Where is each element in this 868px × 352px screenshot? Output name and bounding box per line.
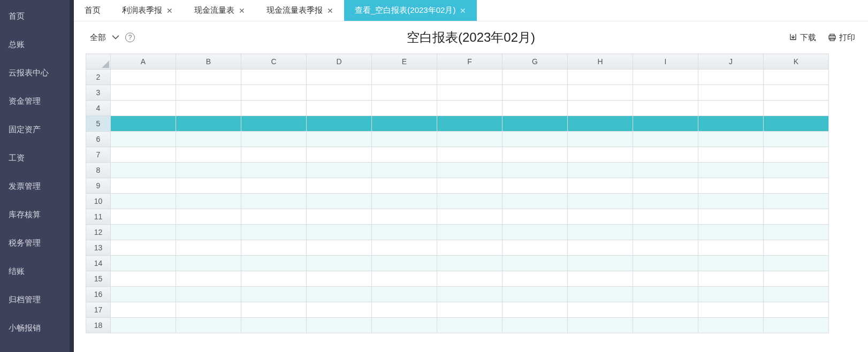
cell-I3[interactable] xyxy=(633,85,698,101)
cell-H3[interactable] xyxy=(568,85,633,101)
col-head-H[interactable]: H xyxy=(568,54,633,70)
cell-G2[interactable] xyxy=(502,70,568,85)
cell-E10[interactable] xyxy=(372,194,437,209)
col-head-K[interactable]: K xyxy=(764,54,829,70)
cell-C14[interactable] xyxy=(241,256,307,271)
sidebar-scrollbar[interactable] xyxy=(70,0,74,352)
row-head-17[interactable]: 17 xyxy=(86,302,111,318)
cell-D11[interactable] xyxy=(307,209,372,225)
cell-B14[interactable] xyxy=(176,256,241,271)
cell-E4[interactable] xyxy=(372,101,437,116)
cell-E5[interactable] xyxy=(372,116,437,132)
cell-E14[interactable] xyxy=(372,256,437,271)
cell-J11[interactable] xyxy=(698,209,764,225)
cell-A4[interactable] xyxy=(111,101,176,116)
cell-I18[interactable] xyxy=(633,318,698,333)
cell-J6[interactable] xyxy=(698,132,764,147)
cell-K13[interactable] xyxy=(764,240,829,256)
cell-J7[interactable] xyxy=(698,147,764,163)
cell-H14[interactable] xyxy=(568,256,633,271)
cell-G14[interactable] xyxy=(502,256,568,271)
row-head-7[interactable]: 7 xyxy=(86,147,111,163)
cell-J15[interactable] xyxy=(698,271,764,287)
cell-D12[interactable] xyxy=(307,225,372,240)
cell-B9[interactable] xyxy=(176,178,241,194)
tab-2[interactable]: 现金流量表✕ xyxy=(184,0,256,21)
cell-K6[interactable] xyxy=(764,132,829,147)
cell-D18[interactable] xyxy=(307,318,372,333)
row-head-3[interactable]: 3 xyxy=(86,85,111,101)
cell-D16[interactable] xyxy=(307,287,372,302)
cell-D7[interactable] xyxy=(307,147,372,163)
row-head-13[interactable]: 13 xyxy=(86,240,111,256)
cell-B15[interactable] xyxy=(176,271,241,287)
sidebar-item-11[interactable]: 小畅报销 xyxy=(0,314,70,342)
close-icon[interactable]: ✕ xyxy=(327,7,333,14)
cell-G17[interactable] xyxy=(502,302,568,318)
cell-F3[interactable] xyxy=(437,85,502,101)
cell-E9[interactable] xyxy=(372,178,437,194)
cell-E6[interactable] xyxy=(372,132,437,147)
cell-B6[interactable] xyxy=(176,132,241,147)
cell-F8[interactable] xyxy=(437,163,502,178)
cell-D13[interactable] xyxy=(307,240,372,256)
cell-E3[interactable] xyxy=(372,85,437,101)
cell-E16[interactable] xyxy=(372,287,437,302)
cell-E7[interactable] xyxy=(372,147,437,163)
cell-F15[interactable] xyxy=(437,271,502,287)
cell-C4[interactable] xyxy=(241,101,307,116)
sidebar-item-2[interactable]: 云报表中心 xyxy=(0,59,70,87)
row-head-4[interactable]: 4 xyxy=(86,101,111,116)
cell-I17[interactable] xyxy=(633,302,698,318)
sheet-corner[interactable] xyxy=(86,54,111,70)
cell-D6[interactable] xyxy=(307,132,372,147)
cell-C7[interactable] xyxy=(241,147,307,163)
cell-K16[interactable] xyxy=(764,287,829,302)
col-head-G[interactable]: G xyxy=(502,54,568,70)
cell-B8[interactable] xyxy=(176,163,241,178)
row-head-18[interactable]: 18 xyxy=(86,318,111,333)
close-icon[interactable]: ✕ xyxy=(460,7,466,14)
cell-F17[interactable] xyxy=(437,302,502,318)
cell-C17[interactable] xyxy=(241,302,307,318)
sidebar-item-4[interactable]: 固定资产 xyxy=(0,116,70,144)
cell-D3[interactable] xyxy=(307,85,372,101)
cell-C2[interactable] xyxy=(241,70,307,85)
cell-I13[interactable] xyxy=(633,240,698,256)
cell-F6[interactable] xyxy=(437,132,502,147)
cell-H16[interactable] xyxy=(568,287,633,302)
cell-G18[interactable] xyxy=(502,318,568,333)
cell-G13[interactable] xyxy=(502,240,568,256)
cell-E11[interactable] xyxy=(372,209,437,225)
cell-J18[interactable] xyxy=(698,318,764,333)
cell-E15[interactable] xyxy=(372,271,437,287)
cell-J9[interactable] xyxy=(698,178,764,194)
row-head-9[interactable]: 9 xyxy=(86,178,111,194)
cell-H12[interactable] xyxy=(568,225,633,240)
cell-A3[interactable] xyxy=(111,85,176,101)
cell-C6[interactable] xyxy=(241,132,307,147)
cell-E13[interactable] xyxy=(372,240,437,256)
cell-K4[interactable] xyxy=(764,101,829,116)
tab-0[interactable]: 首页 xyxy=(74,0,111,21)
sidebar-item-10[interactable]: 归档管理 xyxy=(0,286,70,314)
cell-J4[interactable] xyxy=(698,101,764,116)
cell-C18[interactable] xyxy=(241,318,307,333)
cell-H13[interactable] xyxy=(568,240,633,256)
cell-D4[interactable] xyxy=(307,101,372,116)
cell-D10[interactable] xyxy=(307,194,372,209)
col-head-I[interactable]: I xyxy=(633,54,698,70)
cell-G12[interactable] xyxy=(502,225,568,240)
row-head-14[interactable]: 14 xyxy=(86,256,111,271)
cell-H7[interactable] xyxy=(568,147,633,163)
cell-C9[interactable] xyxy=(241,178,307,194)
cell-I6[interactable] xyxy=(633,132,698,147)
cell-I5[interactable] xyxy=(633,116,698,132)
cell-K5[interactable] xyxy=(764,116,829,132)
cell-F9[interactable] xyxy=(437,178,502,194)
cell-I2[interactable] xyxy=(633,70,698,85)
cell-H9[interactable] xyxy=(568,178,633,194)
cell-A8[interactable] xyxy=(111,163,176,178)
col-head-F[interactable]: F xyxy=(437,54,502,70)
col-head-J[interactable]: J xyxy=(698,54,764,70)
